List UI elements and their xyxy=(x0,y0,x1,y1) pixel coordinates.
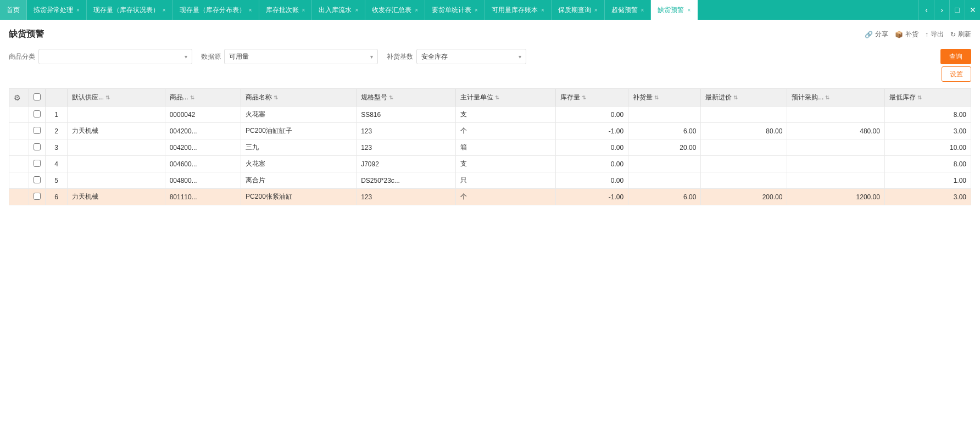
tab-available-ledger[interactable]: 可用量库存账本 × xyxy=(485,0,552,20)
row-checkbox[interactable] xyxy=(34,143,41,150)
share-button[interactable]: 🔗 分享 xyxy=(865,30,888,39)
row-product-code: 004600... xyxy=(165,156,241,172)
datasource-select[interactable]: 可用量 ▾ xyxy=(224,49,378,64)
row-product-code: 004800... xyxy=(165,172,241,189)
row-checkbox[interactable] xyxy=(34,193,41,200)
chevron-down-icon: ▾ xyxy=(370,54,373,60)
page-header: 缺货预警 🔗 分享 📦 补货 ↑ 导出 ↻ 刷新 xyxy=(9,29,971,40)
query-button[interactable]: 查询 xyxy=(940,49,971,64)
sort-icon[interactable]: ⇅ xyxy=(389,94,393,100)
tab-expiry[interactable]: 保质期查询 × xyxy=(552,0,605,20)
row-index: 1 xyxy=(46,107,68,123)
row-latest-price: 200.00 xyxy=(701,189,787,205)
refresh-icon: ↻ xyxy=(950,31,956,38)
sort-icon[interactable]: ⇅ xyxy=(274,94,278,100)
nav-next-button[interactable]: › xyxy=(934,0,949,20)
row-product-name: 离合片 xyxy=(241,172,357,189)
tab-stock-dist[interactable]: 现存量（库存分布表） × xyxy=(173,0,259,20)
sort-icon[interactable]: ⇅ xyxy=(654,94,659,100)
row-settings xyxy=(9,123,29,139)
row-checkbox-cell xyxy=(29,172,46,189)
export-button[interactable]: ↑ 导出 xyxy=(925,30,944,39)
row-checkbox[interactable] xyxy=(34,110,41,117)
sort-icon[interactable]: ⇅ xyxy=(733,94,738,100)
tab-recv-summary[interactable]: 收发存汇总表 × xyxy=(365,0,425,20)
sort-icon[interactable]: ⇅ xyxy=(582,94,586,100)
tab-pick-exception[interactable]: 拣货异常处理 × xyxy=(27,0,87,20)
tab-shortage[interactable]: 缺货预警 × xyxy=(651,0,698,20)
row-unit: 支 xyxy=(456,156,556,172)
close-icon[interactable]: × xyxy=(475,7,478,13)
close-icon[interactable]: × xyxy=(415,7,418,13)
row-checkbox-cell xyxy=(29,107,46,123)
sort-icon[interactable]: ⇅ xyxy=(105,94,110,100)
row-supplier xyxy=(68,107,165,123)
tab-stock-status[interactable]: 现存量（库存状况表） × xyxy=(87,0,173,20)
th-min-stock: 最低库存 ⇅ xyxy=(884,89,971,107)
nav-prev-button[interactable]: ‹ xyxy=(918,0,934,20)
sort-icon[interactable]: ⇅ xyxy=(495,94,499,100)
row-min-stock: 8.00 xyxy=(884,107,971,123)
row-est-purchase: 480.00 xyxy=(787,123,885,139)
sort-icon[interactable]: ⇅ xyxy=(190,94,194,100)
row-stock: 0.00 xyxy=(556,107,628,123)
row-est-purchase xyxy=(787,107,885,123)
page-content: 缺货预警 🔗 分享 📦 补货 ↑ 导出 ↻ 刷新 商品分类 xyxy=(0,20,980,437)
row-replenish-qty: 6.00 xyxy=(628,189,701,205)
header-actions: 🔗 分享 📦 补货 ↑ 导出 ↻ 刷新 xyxy=(865,30,971,39)
tab-batch-account[interactable]: 库存批次账 × xyxy=(259,0,313,20)
row-index: 6 xyxy=(46,189,68,205)
close-icon[interactable]: × xyxy=(163,7,166,13)
row-product-code: 801110... xyxy=(165,189,241,205)
close-icon[interactable]: × xyxy=(541,7,544,13)
row-product-name: 火花塞 xyxy=(241,107,357,123)
row-checkbox[interactable] xyxy=(34,127,41,134)
select-all-checkbox[interactable] xyxy=(34,93,41,100)
category-select[interactable]: ▾ xyxy=(38,49,192,64)
row-spec: 123 xyxy=(357,139,456,156)
maximize-button[interactable]: □ xyxy=(949,0,965,20)
row-product-code: 0000042 xyxy=(165,107,241,123)
tab-home[interactable]: 首页 xyxy=(0,0,27,20)
row-latest-price: 80.00 xyxy=(701,123,787,139)
row-spec: 123 xyxy=(357,189,456,205)
replenish-value: 安全库存 xyxy=(421,52,448,61)
th-product-name: 商品名称 ⇅ xyxy=(241,89,357,107)
row-product-name: PC200油缸缸子 xyxy=(241,123,357,139)
close-icon[interactable]: × xyxy=(355,7,358,13)
sort-icon[interactable]: ⇅ xyxy=(825,94,829,100)
settings-button[interactable]: 设置 xyxy=(942,66,971,82)
refresh-button[interactable]: ↻ 刷新 xyxy=(950,30,971,39)
row-checkbox[interactable] xyxy=(34,160,41,167)
row-checkbox[interactable] xyxy=(34,176,41,183)
tab-overstock[interactable]: 超储预警 × xyxy=(605,0,652,20)
row-latest-price xyxy=(701,172,787,189)
close-icon[interactable]: × xyxy=(594,7,598,13)
row-unit: 只 xyxy=(456,172,556,189)
category-label: 商品分类 xyxy=(9,52,35,61)
row-product-name: 火花塞 xyxy=(241,156,357,172)
tab-inout-flow[interactable]: 出入库流水 × xyxy=(312,0,365,20)
row-supplier xyxy=(68,139,165,156)
close-icon[interactable]: × xyxy=(302,7,305,13)
tab-demand-stats[interactable]: 要货单统计表 × xyxy=(425,0,485,20)
replenish-select[interactable]: 安全库存 ▾ xyxy=(416,49,526,64)
datasource-filter-group: 数据源 可用量 ▾ xyxy=(201,49,378,64)
table-row: 5 004800... 离合片 DS250*23c... 只 0.00 1.00 xyxy=(9,172,971,189)
close-icon[interactable]: × xyxy=(249,7,252,13)
replenish-button[interactable]: 📦 补货 xyxy=(895,30,918,39)
row-index: 3 xyxy=(46,139,68,156)
row-replenish-qty xyxy=(628,172,701,189)
row-index: 5 xyxy=(46,172,68,189)
row-spec: DS250*23c... xyxy=(357,172,456,189)
sort-icon[interactable]: ⇅ xyxy=(917,94,922,100)
row-latest-price xyxy=(701,139,787,156)
gear-icon[interactable]: ⚙ xyxy=(14,93,21,102)
close-icon[interactable]: × xyxy=(687,7,691,13)
close-window-button[interactable]: ✕ xyxy=(965,0,980,20)
row-index: 4 xyxy=(46,156,68,172)
row-spec: 123 xyxy=(357,123,456,139)
close-icon[interactable]: × xyxy=(76,7,80,13)
row-settings xyxy=(9,156,29,172)
close-icon[interactable]: × xyxy=(641,7,644,13)
